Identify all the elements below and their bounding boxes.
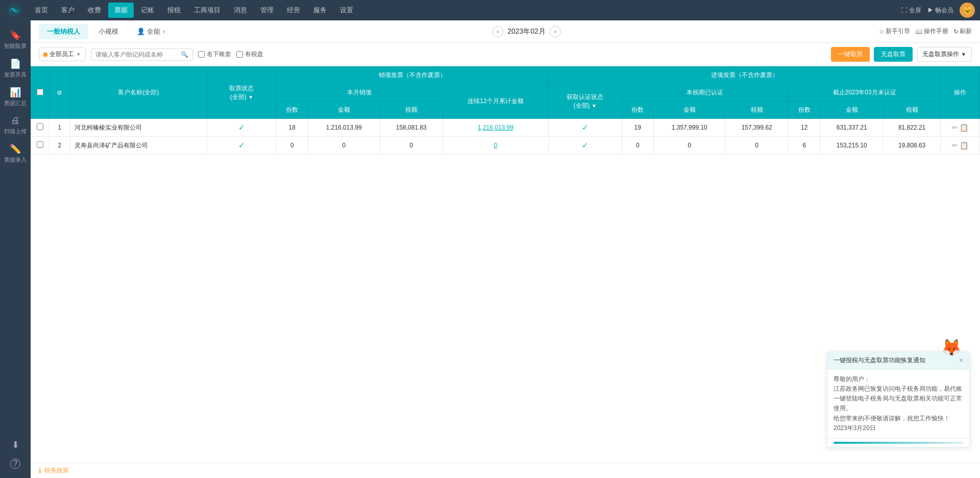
th-action: 操作 bbox=[941, 67, 980, 119]
nav-messages[interactable]: 消息 bbox=[228, 3, 253, 18]
th-sales-group: 销项发票（不含作废票） bbox=[276, 67, 548, 84]
sidebar-item-label: 票据汇总 bbox=[4, 99, 27, 107]
employee-select[interactable]: 全部员工 ▼ bbox=[39, 47, 86, 61]
status-text[interactable]: 税务政策 bbox=[44, 466, 69, 475]
sidebar-item-invoice-issue[interactable]: 📄 发票开具 bbox=[0, 54, 31, 83]
row1-copy-icon[interactable]: 📋 bbox=[960, 123, 968, 132]
row2-sales-amount: 0 bbox=[308, 137, 380, 155]
select-arrow: ▼ bbox=[76, 52, 81, 57]
one-key-ticket-btn[interactable]: 一键取票 bbox=[831, 47, 870, 62]
row2-edit-icon[interactable]: ✏ bbox=[952, 141, 958, 149]
check-icon: ✓ bbox=[582, 141, 589, 149]
status-filter-icon[interactable]: ▼ bbox=[248, 94, 253, 100]
tab-all[interactable]: 👤 全能 ∨ bbox=[129, 24, 174, 39]
purchase-status-filter-icon[interactable]: ▼ bbox=[592, 103, 597, 109]
row1-num: 1 bbox=[50, 119, 70, 137]
sidebar-item-download[interactable]: ⬇ bbox=[0, 435, 31, 455]
employee-dot bbox=[43, 53, 47, 57]
row1-actions: ✏ 📋 bbox=[941, 119, 980, 137]
sidebar-item-invoice-entry[interactable]: ✏️ 票据录入 bbox=[0, 139, 31, 168]
row2-checkbox[interactable] bbox=[31, 137, 50, 155]
app-logo[interactable] bbox=[5, 1, 23, 19]
prev-month-btn[interactable]: ‹ bbox=[492, 26, 503, 37]
row2-purchase-status: ✓ bbox=[548, 137, 622, 155]
row2-purchase-unverified-tax: 19,808.63 bbox=[883, 137, 940, 155]
settings-icon[interactable]: ⚙ bbox=[57, 89, 62, 96]
tab-more-icon[interactable]: ∨ bbox=[162, 29, 166, 34]
user-avatar[interactable]: 🐱 bbox=[960, 3, 975, 18]
row2-purchase-unverified-amount: 153,215.10 bbox=[820, 137, 884, 155]
th-purchase-unverified-amount: 金额 bbox=[820, 102, 884, 119]
row2-copy-icon[interactable]: 📋 bbox=[960, 141, 968, 149]
th-checkbox bbox=[31, 67, 50, 119]
sidebar-item-scan-upload[interactable]: 🖨 扫描上传 bbox=[0, 111, 31, 139]
svg-point-1 bbox=[13, 9, 15, 11]
nav-right-actions: ⛶ 全屏 ▶ 畅会员 🐱 bbox=[901, 3, 975, 18]
row1-name: 河北柯橡棱实业有限公司 bbox=[70, 119, 207, 137]
filter-right-actions: 一键取票 无盘取票 无盘取票操作 ▼ bbox=[831, 47, 972, 62]
row1-edit-icon[interactable]: ✏ bbox=[952, 123, 958, 132]
no-disk-ticket-btn[interactable]: 无盘取票 bbox=[874, 47, 913, 62]
row2-sales-cumulative[interactable]: 0 bbox=[443, 137, 549, 155]
refresh-btn[interactable]: ↻ 刷新 bbox=[953, 27, 972, 36]
nav-management[interactable]: 管理 bbox=[254, 3, 280, 18]
th-purchase-unverified-tax: 税额 bbox=[883, 102, 940, 119]
tax-disk-checkbox-input[interactable] bbox=[236, 51, 243, 58]
search-input[interactable] bbox=[95, 51, 179, 58]
row1-checkbox[interactable] bbox=[31, 119, 50, 137]
nav-settings[interactable]: 设置 bbox=[334, 3, 359, 18]
row2-purchase-unverified-count: 6 bbox=[788, 137, 820, 155]
nav-services[interactable]: 服务 bbox=[307, 3, 333, 18]
accounts-checkbox-input[interactable] bbox=[198, 51, 205, 58]
notification-footer bbox=[827, 438, 969, 447]
row2-sales-tax: 0 bbox=[380, 137, 443, 155]
th-purchase-period: 本税期已认证 bbox=[622, 84, 788, 102]
tax-disk-checkbox[interactable]: 有税盘 bbox=[236, 50, 263, 59]
smart-ticket-icon: 🔖 bbox=[10, 30, 21, 41]
manual-btn[interactable]: 📖 操作手册 bbox=[915, 27, 948, 36]
nav-home[interactable]: 首页 bbox=[29, 3, 54, 18]
tab-general-taxpayer[interactable]: 一般纳税人 bbox=[39, 24, 88, 39]
row1-purchase-unverified-count: 12 bbox=[788, 119, 820, 137]
status-icon: ℹ bbox=[39, 467, 41, 474]
nav-customers[interactable]: 客户 bbox=[55, 3, 81, 18]
sidebar-item-smart-ticket[interactable]: 🔖 智能取票 bbox=[0, 26, 31, 54]
row2-status: ✓ bbox=[207, 137, 276, 155]
nav-billing[interactable]: 收费 bbox=[82, 3, 107, 18]
tab-small-scale[interactable]: 小规模 bbox=[90, 24, 127, 39]
th-purchase-period-status: 获取认证状态(全部) ▼ bbox=[548, 84, 622, 119]
nav-accounting[interactable]: 记账 bbox=[135, 3, 160, 18]
notification-title: 一键报税与无盘取票功能恢复通知 bbox=[834, 356, 925, 365]
th-purchase-period-count: 份数 bbox=[622, 102, 654, 119]
row1-sales-cumulative[interactable]: 1,216,013.99 bbox=[443, 119, 549, 137]
nav-operations[interactable]: 经营 bbox=[281, 3, 306, 18]
current-date: 2023年02月 bbox=[507, 27, 546, 36]
sidebar-item-invoice-summary[interactable]: 📊 票据汇总 bbox=[0, 83, 31, 111]
nav-invoices[interactable]: 票据 bbox=[108, 3, 134, 18]
row1-purchase-unverified-tax: 81,822.21 bbox=[883, 119, 940, 137]
nav-tax[interactable]: 报税 bbox=[161, 3, 187, 18]
new-user-guide-btn[interactable]: ☆ 新手引导 bbox=[879, 27, 910, 36]
invoice-summary-icon: 📊 bbox=[10, 87, 21, 98]
accounts-checkbox[interactable]: 名下账套 bbox=[198, 50, 231, 59]
next-month-btn[interactable]: › bbox=[550, 26, 561, 37]
sidebar-item-help[interactable]: ? bbox=[0, 455, 31, 473]
sidebar-item-label: 票据录入 bbox=[4, 156, 27, 164]
no-disk-ticket-ops-btn[interactable]: 无盘取票操作 ▼ bbox=[917, 47, 972, 62]
help-icon: ? bbox=[10, 459, 20, 469]
notification-close-btn[interactable]: × bbox=[959, 356, 963, 364]
vip-btn[interactable]: ▶ 畅会员 bbox=[927, 6, 953, 15]
tab-right-actions: ☆ 新手引导 📖 操作手册 ↻ 刷新 bbox=[879, 27, 972, 36]
th-sales-count: 份数 bbox=[276, 102, 308, 119]
notification-popup: 🦊 一键报税与无盘取票功能恢复通知 × 尊敬的用户： 江苏政务网已恢复访问电子税… bbox=[827, 351, 970, 447]
row2-num: 2 bbox=[50, 137, 70, 155]
row2-name: 灵寿县尚泽矿产品有限公司 bbox=[70, 137, 207, 155]
tab-all-icon: 👤 bbox=[137, 28, 145, 35]
nav-business[interactable]: 工商项目 bbox=[188, 3, 227, 18]
fullscreen-btn[interactable]: ⛶ 全屏 bbox=[901, 6, 921, 15]
search-icon[interactable]: 🔍 bbox=[181, 51, 188, 58]
filter-bar: 全部员工 ▼ 🔍 名下账套 有税盘 一键取票 无盘取票 无盘取票操作 ▼ bbox=[31, 43, 980, 66]
select-all-checkbox[interactable] bbox=[37, 89, 43, 95]
date-navigation: ‹ 2023年02月 › bbox=[492, 26, 561, 37]
table-row: 1 河北柯橡棱实业有限公司 ✓ 18 1,216,013.99 158,081.… bbox=[31, 119, 980, 137]
